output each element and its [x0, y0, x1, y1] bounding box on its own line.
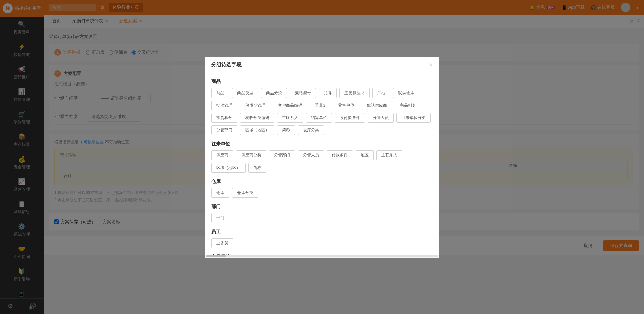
- field-tag-区域（地区）[interactable]: 区域（地区）: [240, 125, 274, 135]
- field-group-warehouse: 仓库仓库仓库分类: [211, 179, 433, 198]
- field-group-title-partner: 往来单位: [211, 141, 433, 147]
- dialog-header: 分组待选字段 ×: [205, 57, 439, 73]
- dialog-hscroll: [205, 255, 439, 257]
- field-tag-品牌[interactable]: 品牌: [319, 88, 337, 98]
- field-group-title-employee: 员工: [211, 229, 433, 235]
- dialog-close-icon[interactable]: ×: [429, 61, 433, 68]
- hscroll-thumb[interactable]: [206, 255, 226, 257]
- field-tag-零售单位[interactable]: 零售单位: [333, 101, 359, 110]
- field-tag-供应商[interactable]: 供应商: [211, 150, 233, 160]
- field-tag-分管部门[interactable]: 分管部门: [211, 125, 237, 135]
- field-tag-主联系人[interactable]: 主联系人: [277, 113, 303, 123]
- dialog-title: 分组待选字段: [211, 62, 241, 68]
- field-group-product: 商品商品商品类型商品分类规格型号品牌主要供应商产地默认仓库批次管理保质期管理客户…: [211, 79, 433, 135]
- field-list-department: 部门: [211, 213, 433, 223]
- field-tag-默认供应商[interactable]: 默认供应商: [362, 101, 392, 110]
- field-group-partner: 往来单位供应商供应商分类分管部门分管人员付款条件地区主联系人区域（地区）简称: [211, 141, 433, 173]
- field-tag-重量3[interactable]: 重量3: [310, 101, 330, 110]
- field-tag-商品[interactable]: 商品: [211, 88, 229, 98]
- field-tag-主联系人[interactable]: 主联系人: [376, 150, 402, 160]
- field-group-title-department: 部门: [211, 204, 433, 210]
- field-tag-产地[interactable]: 产地: [372, 88, 390, 98]
- field-tag-仓库[interactable]: 仓库: [211, 188, 229, 198]
- field-tag-批次管理[interactable]: 批次管理: [211, 101, 237, 110]
- field-tag-地区[interactable]: 地区: [356, 150, 374, 160]
- field-tag-仓库分类[interactable]: 仓库分类: [232, 188, 258, 198]
- field-tag-区域（地区）[interactable]: 区域（地区）: [211, 163, 246, 173]
- field-tag-分管人员[interactable]: 分管人员: [368, 113, 394, 123]
- field-tag-税收分类编码[interactable]: 税收分类编码: [240, 113, 274, 123]
- field-list-partner: 供应商供应商分类分管部门分管人员付款条件地区主联系人区域（地区）简称: [211, 150, 433, 173]
- hscroll-track: [206, 255, 438, 257]
- field-tag-分管人员[interactable]: 分管人员: [298, 150, 324, 160]
- field-list-employee: 业务员: [211, 238, 433, 248]
- field-tag-客户商品编码[interactable]: 客户商品编码: [273, 101, 307, 110]
- field-tag-默认仓库[interactable]: 默认仓库: [393, 88, 419, 98]
- field-tag-简称[interactable]: 简称: [248, 163, 266, 173]
- field-tag-规格型号[interactable]: 规格型号: [290, 88, 316, 98]
- dialog-overlay: 分组待选字段 × 商品商品商品类型商品分类规格型号品牌主要供应商产地默认仓库批次…: [0, 0, 644, 314]
- field-tag-商品别名[interactable]: 商品别名: [395, 101, 421, 110]
- field-tag-部门[interactable]: 部门: [211, 213, 229, 223]
- dialog-body: 商品商品商品类型商品分类规格型号品牌主要供应商产地默认仓库批次管理保质期管理客户…: [205, 73, 439, 255]
- field-tag-商品类型[interactable]: 商品类型: [232, 88, 258, 98]
- field-tag-结算单位[interactable]: 结算单位: [306, 113, 332, 123]
- field-tag-供应商分类[interactable]: 供应商分类: [236, 150, 266, 160]
- field-group-employee: 员工业务员: [211, 229, 433, 248]
- field-group-title-product: 商品: [211, 79, 433, 85]
- field-tag-收付款条件[interactable]: 收付款条件: [335, 113, 365, 123]
- field-group-title-warehouse: 仓库: [211, 179, 433, 185]
- field-list-warehouse: 仓库仓库分类: [211, 188, 433, 198]
- field-tag-保质期管理[interactable]: 保质期管理: [240, 101, 270, 110]
- field-tag-简称[interactable]: 简称: [277, 125, 295, 135]
- field-tag-业务员[interactable]: 业务员: [211, 238, 233, 248]
- field-group-department: 部门部门: [211, 204, 433, 223]
- field-tag-分管部门[interactable]: 分管部门: [269, 150, 295, 160]
- field-tag-主要供应商[interactable]: 主要供应商: [339, 88, 370, 98]
- field-tag-仓库分类[interactable]: 仓库分类: [298, 125, 324, 135]
- field-tag-往来单位分类[interactable]: 往来单位分类: [396, 113, 431, 123]
- field-tag-付款条件[interactable]: 付款条件: [327, 150, 353, 160]
- field-tag-拣货积分[interactable]: 拣货积分: [211, 113, 237, 123]
- field-tag-商品分类[interactable]: 商品分类: [261, 88, 287, 98]
- field-list-product: 商品商品类型商品分类规格型号品牌主要供应商产地默认仓库批次管理保质期管理客户商品…: [211, 88, 433, 135]
- field-selection-dialog: 分组待选字段 × 商品商品商品类型商品分类规格型号品牌主要供应商产地默认仓库批次…: [205, 57, 439, 258]
